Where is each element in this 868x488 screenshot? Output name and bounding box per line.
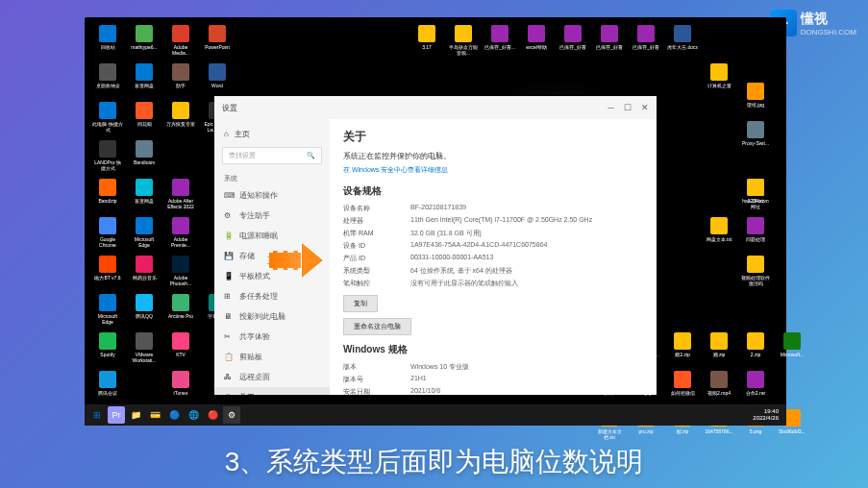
taskbar-app[interactable]: 🔴 — [204, 406, 221, 424]
sidebar-item[interactable]: 📋剪贴板 — [214, 347, 330, 367]
desktop-icon[interactable]: Adobe Premie... — [165, 217, 196, 248]
desktop-icon[interactable]: 赠.zip — [704, 332, 734, 357]
desktop-icon[interactable]: Adobe Media... — [165, 25, 196, 56]
nav-label: 存储 — [239, 251, 255, 261]
desktop-icon[interactable]: 问题处理 — [740, 217, 771, 242]
desktop-icon[interactable]: 同花顺 — [129, 102, 160, 127]
nav-icon: 📱 — [224, 272, 234, 281]
desktop-icon[interactable]: 3.17 — [411, 25, 442, 50]
desktop-icon[interactable]: 网易云音乐 — [129, 256, 160, 281]
desktop-icon[interactable]: 回收站 — [92, 25, 123, 50]
desktop-icon[interactable]: Proxy-Swit... — [740, 121, 771, 146]
settings-content: 关于 系统正在监控并保护你的电脑。 在 Windows 安全中心查看详细信息 设… — [330, 119, 657, 395]
desktop-icon[interactable]: 赠2.zip — [667, 332, 698, 357]
desktop-icon[interactable]: 已保存_好看 — [558, 25, 588, 50]
desktop-icon[interactable]: iTunes — [165, 371, 196, 396]
desktop-icon[interactable]: 腾讯会议 — [92, 371, 123, 396]
desktop-icon[interactable]: 半岛铁盒万能音频... — [448, 25, 479, 56]
desktop-icon[interactable]: Google Chrome — [92, 217, 123, 248]
spec-row: 机带 RAM32.0 GB (31.8 GB 可用) — [343, 229, 643, 238]
sidebar-item[interactable]: ⚙专注助手 — [214, 206, 330, 226]
nav-label: 关于 — [239, 392, 255, 395]
sidebar-search[interactable]: 查找设置 🔍 — [222, 147, 322, 164]
desktop-icon[interactable]: 腾讯QQ — [129, 294, 160, 319]
desktop-icon[interactable]: 壁纸.jpg — [740, 83, 771, 108]
nav-icon: ⌨ — [224, 191, 234, 201]
desktop-icon[interactable]: LANDPro·快捷方式 — [92, 140, 123, 171]
desktop-icon[interactable]: 视频处理软件激活码 — [740, 256, 771, 286]
taskbar-app[interactable]: 🌐 — [185, 406, 202, 424]
desktop-icon[interactable]: VMware Workstati... — [129, 332, 160, 363]
sidebar-item[interactable]: ⊞多任务处理 — [214, 286, 330, 306]
taskbar-settings[interactable]: ⚙ — [223, 406, 240, 424]
desktop-icon[interactable]: Adobe Photosh... — [165, 256, 196, 286]
desktop-icon[interactable]: Adobe After Effects 2022 — [165, 179, 196, 209]
nav-label: 专注助手 — [239, 210, 270, 221]
desktop-icon[interactable]: Arctime Pro — [165, 294, 196, 319]
desktop-icon[interactable]: 2.zip — [740, 332, 771, 357]
desktop-icon[interactable]: Bandicam — [129, 140, 160, 165]
taskbar[interactable]: ⊞ Pr 📁 💳 🔵 🌐 🔴 ⚙ 19:40 2022/4/26 — [85, 404, 786, 426]
desktop-icon[interactable]: 磁力BT v7.6 — [92, 256, 123, 281]
desktop-icon[interactable]: Word — [202, 63, 233, 88]
desktop-icon[interactable]: 已保存_好看... — [484, 25, 515, 50]
desktop-icon[interactable]: Spotify — [92, 332, 123, 357]
desktop-icon[interactable]: 如何把微信 — [667, 371, 698, 396]
spec-row: 设备名称BF-202108171839 — [343, 204, 643, 213]
desktop-icon[interactable]: Microsoft... — [777, 332, 807, 357]
start-button[interactable]: ⊞ — [88, 406, 106, 424]
close-button[interactable]: ✕ — [641, 103, 649, 112]
desktop-icon[interactable]: 万兴恢复专家 — [165, 102, 196, 127]
desktop-icon[interactable]: 肋手 — [165, 63, 196, 88]
spec-row: 处理器11th Gen Intel(R) Core(TM) i7-11700F … — [343, 216, 643, 226]
desktop-icon[interactable]: 百度网盘 — [129, 63, 160, 88]
desktop-icon[interactable]: 虎年大吉.docx — [667, 25, 698, 50]
home-label: 主页 — [235, 129, 250, 139]
page-title: 关于 — [343, 129, 643, 145]
desktop-icon[interactable]: 视频2.mp4 — [704, 371, 734, 396]
desktop-icon[interactable]: 网盘文本.txt — [704, 217, 734, 242]
copy-button[interactable]: 复制 — [343, 295, 378, 312]
sidebar-item[interactable]: ✂共享体验 — [214, 327, 330, 347]
taskbar-clock[interactable]: 19:40 2022/4/26 — [753, 408, 782, 422]
desktop-icon[interactable]: PowerPoint — [202, 25, 233, 50]
desktop-icon[interactable]: mathtype6... — [129, 25, 160, 50]
sidebar-section-label: 系统 — [214, 168, 330, 185]
minimize-button[interactable]: ─ — [608, 103, 614, 112]
nav-icon: 💾 — [224, 252, 234, 261]
desktop-icon[interactable]: 此电脑·快捷方式 — [92, 102, 123, 133]
taskbar-app[interactable]: 💳 — [146, 406, 163, 424]
window-titlebar[interactable]: 设置 ─ ☐ ✕ — [214, 96, 657, 119]
search-placeholder: 查找设置 — [229, 151, 256, 160]
windows-spec-heading: Windows 规格 — [343, 343, 643, 356]
rename-pc-button[interactable]: 重命名这台电脑 — [343, 318, 411, 335]
desktop-icon[interactable]: 桌面收纳盒 — [92, 63, 123, 88]
desktop-icon[interactable]: Microsoft Edge — [129, 217, 160, 248]
desktop-icon[interactable]: 已保存_好看 — [594, 25, 625, 50]
taskbar-app[interactable]: 🔵 — [165, 406, 183, 424]
maximize-button[interactable]: ☐ — [624, 103, 632, 112]
desktop-icon[interactable]: KTV — [165, 332, 196, 357]
desktop-icon[interactable]: 已保存_好看 — [631, 25, 661, 50]
desktop-icon[interactable]: 计算机之窗 — [704, 63, 734, 88]
sidebar-item[interactable]: ⓘ关于 — [214, 387, 330, 395]
desktop-icon[interactable]: Bandizip — [92, 179, 123, 204]
nav-label: 投影到此电脑 — [239, 311, 285, 322]
device-spec-heading: 设备规格 — [343, 184, 643, 198]
desktop: 回收站桌面收纳盒此电脑·快捷方式LANDPro·快捷方式BandizipGoog… — [85, 17, 786, 426]
sidebar-item[interactable]: ⌨通知和操作 — [214, 185, 330, 206]
security-center-link[interactable]: 在 Windows 安全中心查看详细信息 — [343, 165, 643, 175]
desktop-icon[interactable]: 百度网盘 — [129, 179, 160, 204]
desktop-icon[interactable]: hao234.com网址 — [740, 179, 771, 209]
nav-icon: 🖧 — [224, 373, 234, 382]
taskbar-app[interactable]: 📁 — [127, 406, 144, 424]
spec-row: 版本号21H1 — [343, 375, 643, 384]
spec-row: 产品 ID00331-10000-00001-AA513 — [343, 254, 643, 263]
desktop-icon[interactable]: Microsoft Edge — [92, 294, 123, 325]
sidebar-item[interactable]: 🖥投影到此电脑 — [214, 306, 330, 327]
sidebar-home[interactable]: ⌂ 主页 — [214, 125, 330, 143]
desktop-icon[interactable]: excel帮助 — [521, 25, 552, 50]
taskbar-app[interactable]: Pr — [108, 406, 125, 424]
desktop-icon[interactable]: 合作2.rar — [740, 371, 771, 396]
sidebar-item[interactable]: 🖧远程桌面 — [214, 367, 330, 387]
